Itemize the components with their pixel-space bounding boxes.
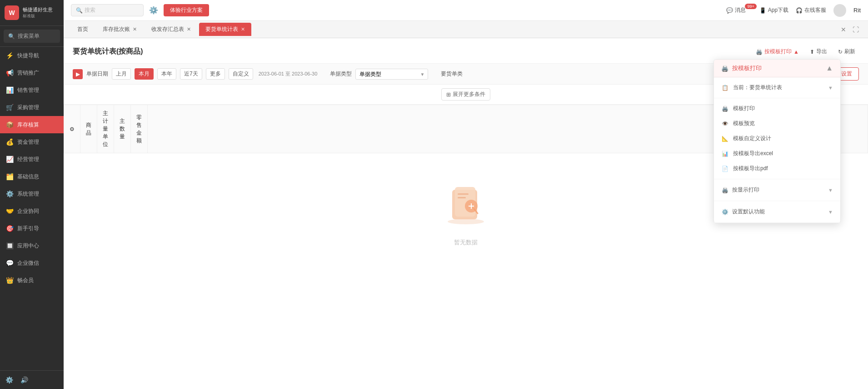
message-item[interactable]: 💬 消息 99+	[726, 6, 752, 14]
template-design-item[interactable]: 📐 模板自定义设计	[714, 131, 840, 146]
app-download-item[interactable]: 📱 App下载	[759, 6, 788, 14]
sidebar-item-marketing[interactable]: 📢 营销推广	[0, 64, 64, 81]
date-more[interactable]: 更多	[206, 68, 225, 80]
default-func-label: 设置默认功能	[732, 208, 765, 216]
finance-icon: 💰	[5, 138, 14, 146]
sidebar-item-label: 新手引导	[17, 225, 39, 232]
tab-batch-account[interactable]: 库存批次账 ✕	[96, 23, 143, 36]
sidebar-item-operation[interactable]: 📈 经营管理	[0, 151, 64, 168]
current-arrow: ▼	[828, 85, 833, 91]
app-download-icon: 📱	[759, 7, 766, 14]
default-func-item[interactable]: ⚙️ 设置默认功能 ▼	[714, 204, 840, 220]
industry-solution-button[interactable]: 体验行业方案	[164, 4, 209, 16]
sidebar-item-member[interactable]: 👑 畅会员	[0, 272, 64, 289]
date-7days[interactable]: 近7天	[180, 68, 202, 80]
tab-order-summary[interactable]: 要货单统计表 ✕	[199, 23, 251, 36]
display-print-label: 按显示打印	[732, 186, 759, 194]
sidebar-item-label: 畅会员	[17, 277, 34, 284]
sidebar-item-finance[interactable]: 💰 资金管理	[0, 133, 64, 151]
order-type-label: 要货单类	[441, 70, 463, 78]
sidebar-item-label: 系统管理	[17, 190, 39, 198]
tab-batch-account-close[interactable]: ✕	[133, 26, 137, 32]
sidebar-logo: W 畅捷通好生意 标准版	[0, 0, 64, 26]
sidebar-item-inventory[interactable]: 📦 库存核算	[0, 116, 64, 133]
sidebar-item-collab[interactable]: 🤝 企业协同	[0, 202, 64, 220]
sidebar-item-guide[interactable]: 🎯 新手引导	[0, 220, 64, 237]
empty-text: 暂无数据	[454, 238, 478, 247]
date-custom[interactable]: 自定义	[229, 68, 253, 80]
svg-rect-6	[458, 193, 469, 195]
col-quantity: 主数量	[114, 105, 131, 153]
online-service-item[interactable]: 🎧 在线客服	[796, 6, 826, 14]
sidebar-item-label: 经营管理	[17, 156, 39, 163]
sidebar-item-quick-nav[interactable]: ⚡ 快捷导航	[0, 47, 64, 64]
default-func-content: ⚙️ 设置默认功能	[721, 208, 765, 216]
tab-order-summary-close[interactable]: ✕	[241, 26, 245, 32]
svg-rect-7	[458, 197, 466, 198]
dropdown-close-button[interactable]: ▲	[826, 64, 833, 72]
date-last-month[interactable]: 上月	[112, 68, 131, 80]
operation-icon: 📈	[5, 155, 14, 163]
sidebar-settings-button[interactable]: ⚙️	[4, 374, 15, 385]
empty-svg	[439, 181, 493, 226]
topbar-gear-icon[interactable]: ⚙️	[149, 6, 158, 15]
speaker-icon: 🔊	[20, 376, 28, 384]
template-print-icon: 🖨️	[721, 105, 728, 112]
topbar-search-icon: 🔍	[76, 7, 83, 14]
sidebar-bottom: ⚙️ 🔊	[0, 370, 64, 389]
sidebar-speaker-button[interactable]: 🔊	[19, 374, 30, 385]
template-print-item[interactable]: 🖨️ 模板打印	[714, 101, 840, 116]
sidebar-item-wechat[interactable]: 💬 企业微信	[0, 254, 64, 272]
refresh-button[interactable]: ↻ 刷新	[834, 45, 859, 58]
export-excel-label: 按模板导出excel	[733, 150, 773, 157]
tab-close-button[interactable]: ✕	[839, 25, 848, 34]
display-print-item[interactable]: 🖨️ 按显示打印 ▼	[714, 182, 840, 198]
default-func-arrow: ▼	[828, 209, 833, 215]
expand-icon: ⊞	[446, 91, 451, 98]
print-template-button[interactable]: 🖨️ 按模板打印 ▲	[752, 45, 803, 58]
topbar-search-area: 🔍 搜索	[71, 4, 144, 16]
sidebar-item-label: 资金管理	[17, 138, 39, 146]
date-this-year[interactable]: 本年	[157, 68, 176, 80]
type-select[interactable]: 单据类型	[355, 69, 428, 80]
template-preview-item[interactable]: 👁️ 模板预览	[714, 116, 840, 131]
template-print-label: 模板打印	[733, 105, 755, 112]
expand-more-button[interactable]: ⊞ 展开更多条件	[441, 88, 490, 101]
print-template-label: 按模板打印	[764, 48, 792, 56]
refresh-label: 刷新	[844, 48, 855, 56]
empty-illustration	[439, 181, 493, 235]
tab-maximize-button[interactable]: ⛶	[851, 25, 861, 34]
display-print-content: 🖨️ 按显示打印	[721, 186, 759, 194]
current-template-item[interactable]: 📋 当前：要货单统计表 ▼	[714, 80, 840, 95]
export-excel-item[interactable]: 📊 按模板导出excel	[714, 146, 840, 161]
printer-icon: 🖨️	[756, 49, 763, 55]
sidebar-item-label: 采购管理	[17, 104, 39, 111]
tab-home[interactable]: 首页	[71, 23, 95, 36]
message-icon: 💬	[726, 7, 733, 14]
tab-receipt-summary-close[interactable]: ✕	[187, 26, 191, 32]
sidebar-item-apps[interactable]: 🔲 应用中心	[0, 237, 64, 254]
page-content: 要货单统计表(按商品) 🖨️ 按模板打印 ▲ ⬆ 导出 ↻ 刷新	[64, 38, 868, 389]
filter-expand-arrow[interactable]: ▶	[73, 69, 83, 79]
sidebar-item-basic[interactable]: 🗂️ 基础信息	[0, 168, 64, 185]
export-pdf-item[interactable]: 📄 按模板导出pdf	[714, 161, 840, 176]
search-menu-button[interactable]: 🔍 搜索菜单	[4, 30, 60, 43]
sidebar-item-sales[interactable]: 📊 销售管理	[0, 81, 64, 99]
page-title: 要货单统计表(按商品)	[73, 47, 143, 56]
chevron-up-icon: ▲	[793, 49, 799, 55]
system-icon: ⚙️	[5, 190, 14, 198]
sidebar-item-purchase[interactable]: 🛒 采购管理	[0, 99, 64, 116]
sidebar-item-system[interactable]: ⚙️ 系统管理	[0, 185, 64, 202]
avatar[interactable]	[833, 4, 846, 17]
col-settings[interactable]: ⚙	[64, 105, 80, 153]
sales-icon: 📊	[5, 86, 14, 94]
app-name: 畅捷通好生意	[23, 6, 53, 13]
topbar-right: 💬 消息 99+ 📱 App下载 🎧 在线客服 Rit	[726, 4, 861, 17]
date-this-month[interactable]: 本月	[135, 68, 154, 80]
template-preview-label: 模板预览	[733, 120, 755, 127]
tab-order-summary-label: 要货单统计表	[205, 25, 238, 33]
export-button[interactable]: ⬆ 导出	[806, 45, 831, 58]
online-service-icon: 🎧	[796, 7, 803, 14]
tabbar-right: ✕ ⛶	[839, 25, 861, 34]
tab-receipt-summary[interactable]: 收发存汇总表 ✕	[145, 23, 197, 36]
